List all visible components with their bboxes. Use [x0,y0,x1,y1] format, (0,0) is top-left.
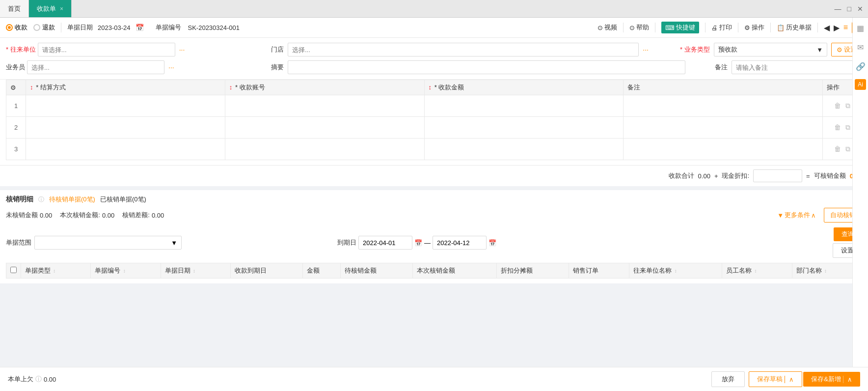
window-controls: — □ ✕ [835,5,868,13]
account-input-2[interactable] [225,117,424,138]
account-input-3[interactable] [225,139,424,160]
note-input-2[interactable] [624,117,822,138]
more-conditions-btn[interactable]: ▼ 更多条件 ∧ [777,211,816,220]
sidebar-link-icon[interactable]: 🔗 [854,60,868,73]
copy-icon-1[interactable]: ⧉ [845,102,850,110]
row-1-account[interactable] [225,95,424,117]
row-1-amount[interactable] [424,95,624,117]
action-help[interactable]: ⊙ 帮助 [629,23,649,32]
verif-col-pending-amount: 待核销金额 [341,263,413,279]
action-shortcuts[interactable]: ⌨ 快捷键 [661,22,699,33]
verif-select-all[interactable] [10,267,17,273]
table-section: ⚙ ↕ * 结算方式 ↕ * 收款账号 ↕ * 收款金额 备注 [0,80,868,165]
summary-input[interactable] [288,60,685,74]
verif-info-icon[interactable]: ⓘ [38,196,44,204]
store-input[interactable] [288,43,639,56]
range-select[interactable]: ▼ [34,236,182,250]
row-3-account[interactable] [225,139,424,160]
salesperson-more-btn[interactable]: ··· [166,63,176,71]
action-layout2[interactable]: ▶ [834,23,840,32]
row-2-note[interactable] [624,117,823,139]
row-2-account[interactable] [225,117,424,139]
sidebar-table-icon[interactable]: ▦ [855,22,866,35]
store-more-btn[interactable]: ··· [641,46,651,54]
account-input-1[interactable] [225,95,424,116]
radio-refund-label: 退款 [42,23,55,32]
discount-input[interactable] [753,169,802,182]
calendar-to-icon[interactable]: 📅 [488,239,496,247]
tab-close-icon[interactable]: × [60,5,63,12]
action-print[interactable]: 🖨 打印 [711,23,732,32]
settlement-input-2[interactable] [26,117,225,138]
delete-icon-3[interactable]: 🗑 [834,145,841,153]
amount-input-3[interactable] [425,139,624,160]
row-3-amount[interactable] [424,139,624,160]
discard-btn[interactable]: 放弃 [711,371,745,387]
counterpart-more-btn[interactable]: ··· [177,46,187,54]
action-layout3[interactable]: ≡ [843,23,848,32]
verif-tab-done-label: 已核销单据(0笔) [100,195,146,204]
save-draft-arrow[interactable]: ∧ [785,376,794,383]
salesperson-label: 业务员 [6,63,25,72]
row-3-settlement[interactable] [26,139,225,160]
save-new-btn[interactable]: 保存&新增 ∧ [803,372,860,387]
action-layout1[interactable]: ◀ [824,23,830,32]
row-3-note[interactable] [624,139,823,160]
save-new-arrow[interactable]: ∧ [843,376,852,383]
action-video[interactable]: ⊙ 视频 [597,23,617,32]
row-1-note[interactable] [624,95,823,117]
date-label: 单据日期 [67,23,93,32]
note-label: 备注 [715,63,728,72]
delete-icon-2[interactable]: 🗑 [834,123,841,131]
sidebar-email-icon[interactable]: ✉ [855,41,866,54]
row-2-amount[interactable] [424,117,624,139]
settlement-input-3[interactable] [26,139,225,160]
date-to-input[interactable] [433,236,487,250]
verif-tab-done[interactable]: 已核销单据(0笔) [100,195,146,204]
help-icon: ⊙ [629,24,635,31]
date-calendar-icon[interactable]: 📅 [136,24,144,31]
business-type-select[interactable]: 预收款 ▼ [714,43,827,56]
verif-col-sales-order: 销售订单 [569,263,629,279]
counterpart-input[interactable] [38,43,175,56]
copy-icon-3[interactable]: ⧉ [845,145,850,153]
tab-receipts[interactable]: 收款单 × [29,0,72,17]
table-gear-header[interactable]: ⚙ [6,80,26,95]
row-1-settlement[interactable] [26,95,225,117]
business-type-field: * 业务类型 预收款 ▼ [680,43,827,56]
note-input-3[interactable] [624,139,822,160]
window-close-btn[interactable]: ✕ [857,5,863,13]
delete-icon-1[interactable]: 🗑 [834,102,841,110]
tab-home[interactable]: 首页 [0,0,29,17]
copy-icon-2[interactable]: ⧉ [845,123,850,131]
sidebar-image-icon[interactable]: Ai [855,79,866,90]
action-operations[interactable]: ⚙ 操作 [744,23,764,32]
receipt-type-radio: 收款 退款 [6,23,55,32]
divider-1 [61,23,61,32]
summary-field: 摘要 [271,60,685,74]
amount-input-1[interactable] [425,95,624,116]
amount-input-2[interactable] [425,117,624,138]
settlement-input-1[interactable] [26,95,225,116]
pending-count: 0 [83,196,86,203]
radio-refund[interactable]: 退款 [33,23,55,32]
bottom-info-icon[interactable]: ⓘ [35,375,42,384]
verif-tab-pending[interactable]: 待核销单据(0笔) [49,195,95,204]
more-conditions-label: 更多条件 [785,211,810,220]
date-from-input[interactable] [358,236,412,250]
note-input-1[interactable] [624,95,822,116]
action-history[interactable]: 📋 历史单据 [777,23,812,32]
verif-table: 单据类型 ↕ 单据编号 ↕ 单据日期 ↕ 收款到期日 金 [6,263,862,279]
action-video-label: 视频 [604,23,617,32]
number-field: 单据编号 SK-20230324-001 [156,23,240,32]
table-row: 3 🗑 ⧉ [6,139,862,160]
gear-icon: ⚙ [837,46,842,54]
row-2-settlement[interactable] [26,117,225,139]
salesperson-input[interactable] [27,60,164,74]
save-draft-btn[interactable]: 保存草稿 ∧ [749,371,802,387]
window-maximize-btn[interactable]: □ [847,5,851,13]
calendar-from-icon[interactable]: 📅 [414,239,422,247]
note-input[interactable] [732,60,862,74]
radio-receipts[interactable]: 收款 [6,23,27,32]
window-minimize-btn[interactable]: — [835,5,841,13]
